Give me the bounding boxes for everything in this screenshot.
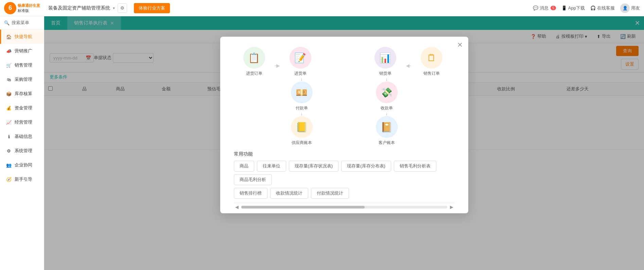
user-menu[interactable]: 👤 用友	[620, 3, 640, 13]
nav-label-basic-info: 基础信息	[15, 133, 32, 140]
common-functions: 常用功能 商品 往来单位 现存量(库存状况表) 现存量(库存分布表) 销售毛利分…	[234, 151, 455, 199]
search-menu-label: 搜索菜单	[12, 20, 29, 26]
flow-node-payment[interactable]: 💴 付款单	[281, 82, 322, 111]
chevron-down-icon[interactable]: ▾	[113, 6, 115, 11]
app-download-label: App下载	[568, 5, 585, 11]
flow-node-supplier-ledger[interactable]: 📒 供应商账本	[281, 116, 322, 146]
flow-node-customer-ledger[interactable]: 📔 客户账本	[366, 116, 407, 146]
func-buttons-row1: 商品 往来单位 现存量(库存状况表) 现存量(库存分布表) 销售毛利分析表 商品…	[234, 161, 455, 185]
func-btn-payment-stats[interactable]: 付款情况统计	[311, 188, 349, 199]
cart-icon: 🛒	[6, 62, 12, 68]
main-area: 🔍 搜索菜单 🏠 快捷导航 📣 营销推广 🛒 销售管理 🛍 采购管理 📦	[0, 16, 644, 270]
flow-node-receipt[interactable]: 💸 收款单	[366, 82, 407, 111]
arrow-purchase-to-bill: - - - - ▶	[275, 63, 280, 68]
app-download-icon: 📱	[561, 5, 567, 11]
sidebar-item-marketing[interactable]: 📣 营销推广	[0, 44, 44, 58]
info-icon: ℹ	[6, 133, 12, 140]
func-btn-stock-status[interactable]: 现存量(库存状况表)	[289, 161, 339, 172]
sidebar-item-finance[interactable]: 💰 资金管理	[0, 101, 44, 115]
content-area: 首页 销售订单执行表 ✕ ✕ ❓ 帮助 🖨 按模板打印 ▾	[44, 16, 644, 270]
sidebar-item-sales[interactable]: 🛒 销售管理	[0, 58, 44, 72]
flow-node-purchase-order[interactable]: 📋 进货订单	[234, 47, 275, 76]
customer-ledger-icon: 📔	[381, 122, 393, 133]
flow-label-payment: 付款单	[296, 105, 308, 111]
modal-close-btn[interactable]: ✕	[457, 41, 463, 49]
func-btn-stock-dist[interactable]: 现存量(库存分布表)	[341, 161, 391, 172]
modal-overlay[interactable]: ✕ 📋 进货订单 - - - - ▶	[44, 16, 644, 270]
flow-label-receipt: 收款单	[381, 105, 393, 111]
scroll-left-icon[interactable]: ◀	[234, 204, 240, 210]
sidebar-item-inventory[interactable]: 📦 库存核算	[0, 87, 44, 101]
flow-arrows-down-2: ↓ ↓	[234, 111, 455, 116]
user-label: 用友	[631, 5, 640, 11]
flow-node-sales-order[interactable]: 🗒 销售订单	[411, 47, 452, 76]
message-icon: 💬	[533, 5, 538, 11]
home-icon: 🏠	[6, 34, 12, 40]
arrow-down-payment: ↓	[281, 111, 322, 116]
flow-node-purchase-bill[interactable]: 📝 进货单	[280, 47, 321, 76]
system-name: 装备及固定资产辅助管理系统 ▾ ⚙ 体验行业方案	[48, 3, 533, 13]
modal-scrollbar[interactable]: ◀ ▶	[234, 203, 455, 210]
sidebar-item-basic-info[interactable]: ℹ 基础信息	[0, 129, 44, 144]
func-btn-product-profit[interactable]: 商品毛利分析	[234, 174, 272, 185]
headset-icon: 🎧	[590, 5, 596, 11]
nav-label-marketing: 营销推广	[15, 48, 32, 54]
flow-label-purchase-order: 进货订单	[246, 71, 262, 76]
func-btn-sales-rank[interactable]: 销售排行榜	[234, 188, 267, 199]
func-buttons-row2: 销售排行榜 收款情况统计 付款情况统计	[234, 188, 455, 199]
search-menu[interactable]: 🔍 搜索菜单	[0, 16, 44, 30]
sidebar-item-purchase[interactable]: 🛍 采购管理	[0, 72, 44, 87]
logo-text: 畅康通好生意 标准版	[18, 3, 40, 13]
flow-label-supplier-ledger: 供应商账本	[292, 140, 312, 146]
flow-circle-sales-order: 🗒	[421, 47, 442, 69]
flow-circle-purchase-bill: 📝	[290, 47, 311, 69]
online-service-label: 在线客服	[597, 5, 615, 11]
nav-label-guide: 新手引导	[15, 176, 32, 182]
flow-label-purchase-bill: 进货单	[294, 71, 307, 76]
nav-label-sales: 销售管理	[15, 62, 32, 68]
flow-node-sales-bill[interactable]: 📊 销货单	[365, 47, 406, 76]
logo-icon: 6	[4, 2, 16, 14]
flow-circle-purchase-order: 📋	[243, 47, 265, 69]
flow-modal: ✕ 📋 进货订单 - - - - ▶	[220, 37, 468, 213]
sidebar-item-enterprise[interactable]: 👥 企业协同	[0, 158, 44, 172]
settings-icon[interactable]: ⚙	[118, 3, 127, 13]
online-service-btn[interactable]: 🎧 在线客服	[590, 5, 615, 11]
scroll-track	[241, 206, 447, 209]
logo-line1: 畅康通好生意	[18, 3, 40, 8]
sales-order-icon: 🗒	[427, 52, 436, 64]
flow-arrows-down-1: ↓ ↓	[234, 76, 455, 82]
system-title: 装备及固定资产辅助管理系统	[48, 5, 110, 11]
nav-label-enterprise: 企业协同	[15, 162, 32, 168]
func-btn-partner[interactable]: 往来单位	[257, 161, 286, 172]
purchase-order-icon: 📋	[248, 52, 260, 64]
nav-label-operations: 经营管理	[15, 119, 32, 125]
func-btn-receipt-stats[interactable]: 收款情况统计	[270, 188, 308, 199]
sidebar-item-system[interactable]: ⚙ 系统管理	[0, 144, 44, 158]
sidebar-item-quicknav[interactable]: 🏠 快捷导航	[0, 30, 44, 44]
guide-icon: 🧭	[6, 176, 12, 182]
team-icon: 👥	[6, 162, 12, 168]
nav-label-finance: 资金管理	[15, 105, 32, 111]
flow-circle-sales-bill: 📊	[375, 47, 396, 69]
search-icon: 🔍	[4, 20, 10, 25]
scroll-thumb	[241, 206, 365, 209]
sidebar: 🔍 搜索菜单 🏠 快捷导航 📣 营销推广 🛒 销售管理 🛍 采购管理 📦	[0, 16, 44, 270]
sales-bill-icon: 📊	[379, 52, 391, 64]
arrow-down-purchase: ↓	[281, 76, 322, 82]
sidebar-item-operations[interactable]: 📈 经营管理	[0, 115, 44, 129]
func-btn-product[interactable]: 商品	[234, 161, 254, 172]
payment-icon: 💴	[296, 87, 308, 98]
nav-label-inventory: 库存核算	[15, 91, 32, 97]
arrow-down-sales: ↓	[366, 76, 407, 82]
sidebar-item-guide[interactable]: 🧭 新手引导	[0, 172, 44, 186]
func-btn-sales-profit[interactable]: 销售毛利分析表	[394, 161, 436, 172]
message-btn[interactable]: 💬 消息 5	[533, 5, 556, 11]
common-func-title: 常用功能	[234, 151, 455, 157]
app-wrapper: 6 畅康通好生意 标准版 装备及固定资产辅助管理系统 ▾ ⚙ 体验行业方案 💬 …	[0, 0, 644, 270]
app-download-btn[interactable]: 📱 App下载	[561, 5, 585, 11]
try-btn[interactable]: 体验行业方案	[134, 3, 170, 13]
flow-row-3: 📒 供应商账本 📔 客户账本	[234, 116, 455, 146]
scroll-right-icon[interactable]: ▶	[449, 204, 455, 210]
logo-area: 6 畅康通好生意 标准版	[4, 2, 48, 14]
